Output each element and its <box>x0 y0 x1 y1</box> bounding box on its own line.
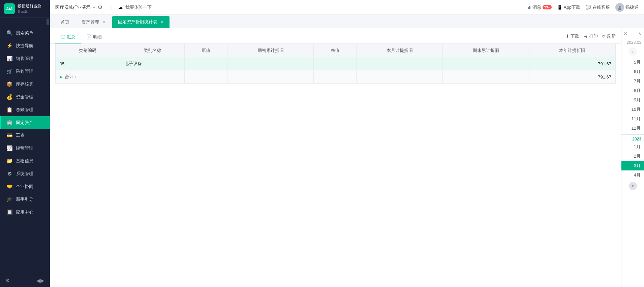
sidebar-label-purchase: 采购管理 <box>16 68 33 74</box>
sidebar-item-purchase[interactable]: 🛒 采购管理 <box>0 65 50 78</box>
purchase-icon: 🛒 <box>6 68 12 74</box>
date-month-2023-2[interactable]: 2月 <box>621 152 644 161</box>
download-button[interactable]: ⬇ 下载 <box>565 33 579 39</box>
date-panel-close-icon[interactable]: ✕ <box>623 31 627 36</box>
tab-depreciation-label: 固定资产折旧统计表 <box>118 19 157 25</box>
sidebar-scrollbar[interactable] <box>47 19 49 25</box>
sidebar-item-system[interactable]: ⚙ 系统管理 <box>0 167 50 180</box>
inventory-icon: 📦 <box>6 81 12 87</box>
sidebar-item-basic[interactable]: 📁 基础信息 <box>0 155 50 167</box>
cell-total-net <box>314 70 357 84</box>
experience-text: 我要体验一下 <box>125 4 152 10</box>
sidebar-item-quicknav[interactable]: ⚡ 快捷导航 <box>0 39 50 52</box>
messages-button[interactable]: 🖥 消息 99+ <box>527 4 552 10</box>
sidebar-item-collab[interactable]: 🤝 企业协同 <box>0 180 50 193</box>
tab-asset-mgmt[interactable]: 资产管理 ✕ <box>76 17 111 28</box>
sidebar-label-fixed: 固定资产 <box>16 120 33 126</box>
cell-closing <box>443 57 529 70</box>
cell-name: 电子设备 <box>120 57 185 70</box>
date-month-2023-3[interactable]: 3月 <box>621 161 644 170</box>
subtab-summary-label: 汇总 <box>67 34 75 40</box>
content-area: ⬡ 汇总 📄 明细 ⬇ 下载 🖨 打印 <box>50 28 644 287</box>
cell-total-opening <box>227 70 314 84</box>
app-edition: 普及版 <box>18 9 42 14</box>
system-icon: ⚙ <box>6 171 12 177</box>
table-row[interactable]: 05 电子设备 791.67 <box>56 57 616 70</box>
sidebar-label-ledger: 总账管理 <box>16 107 33 113</box>
online-service-button[interactable]: 💬 在线客服 <box>586 4 610 10</box>
tab-depreciation-close-icon[interactable]: ✕ <box>161 20 164 24</box>
tab-depreciation[interactable]: 固定资产折旧统计表 ✕ <box>112 16 170 28</box>
sidebar-item-capital[interactable]: 💰 资金管理 <box>0 91 50 103</box>
sidebar-item-payroll[interactable]: 💳 工资 <box>0 129 50 142</box>
current-year-section: 2023 1月 2月 3月 4月 <box>621 133 644 180</box>
cell-opening <box>227 57 314 70</box>
message-icon: 🖥 <box>527 5 531 10</box>
col-monthly: 本月计提折旧 <box>357 44 443 57</box>
tab-home[interactable]: 首页 <box>55 17 75 28</box>
subtab-detail-label: 明细 <box>93 34 102 40</box>
col-original: 原值 <box>185 44 227 57</box>
date-nav-down-area: ▼ <box>621 180 644 192</box>
user-menu[interactable]: 畅捷通 <box>615 3 639 12</box>
refresh-button[interactable]: ↻ 刷新 <box>602 33 616 39</box>
subtab-detail[interactable]: 📄 明细 <box>81 32 107 43</box>
date-month-12[interactable]: 12月 <box>621 124 644 133</box>
cell-monthly <box>357 57 443 70</box>
messages-badge: 99+ <box>543 5 552 9</box>
sidebar-label-system: 系统管理 <box>16 171 33 177</box>
cell-total-label: ▶ 合计： <box>56 70 185 84</box>
messages-label: 消息 <box>532 4 541 10</box>
sidebar-item-fixed[interactable]: 🏢 固定资产 <box>0 116 50 129</box>
collapse-icon[interactable]: ◀▶ <box>36 278 44 284</box>
sidebar-item-mgmt[interactable]: 📈 经营管理 <box>0 142 50 155</box>
quicknav-icon: ⚡ <box>6 43 12 49</box>
summary-icon: ⬡ <box>61 34 65 40</box>
total-expand-icon[interactable]: ▶ <box>60 75 62 79</box>
company-chevron-icon[interactable]: ▾ <box>93 5 95 10</box>
sidebar-item-ledger[interactable]: 📋 总账管理 <box>0 103 50 116</box>
experience-link[interactable]: 我要体验一下 <box>125 4 152 10</box>
sidebar-item-apps[interactable]: 🔲 应用中心 <box>0 206 50 219</box>
sidebar-item-search[interactable]: 🔍 搜索菜单 <box>0 27 50 39</box>
col-name: 类别名称 <box>120 44 185 57</box>
col-closing: 期末累计折旧 <box>443 44 529 57</box>
col-annual: 本年计提折旧 <box>529 44 615 57</box>
date-month-5[interactable]: 5月 <box>621 58 644 67</box>
main-area: 医疗器械行业演示 ▾ ⚙ | ☁ 我要体验一下 🖥 消息 99+ 📱 App下载… <box>50 0 644 287</box>
cell-net <box>314 57 357 70</box>
date-month-7[interactable]: 7月 <box>621 76 644 86</box>
app-download-button[interactable]: 📱 App下载 <box>557 4 580 10</box>
date-month-9[interactable]: 9月 <box>621 95 644 105</box>
date-month-2023-1[interactable]: 1月 <box>621 142 644 152</box>
date-panel-expand-icon[interactable]: ⤡ <box>638 31 642 36</box>
sidebar-nav: 🔍 搜索菜单 ⚡ 快捷导航 📊 销售管理 🛒 采购管理 📦 库存核算 💰 资金管… <box>0 25 50 274</box>
settings-footer-icon[interactable]: ⚙ <box>5 278 10 284</box>
sidebar-item-sales[interactable]: 📊 销售管理 <box>0 52 50 65</box>
table-wrapper: 类别编码 类别名称 原值 期初累计折旧 净值 本月计提折旧 期末累计折旧 本年计… <box>50 44 621 287</box>
sidebar-item-guide[interactable]: 🎓 新手引导 <box>0 193 50 206</box>
print-button[interactable]: 🖨 打印 <box>583 33 598 39</box>
online-service-label: 在线客服 <box>592 4 610 10</box>
col-net: 净值 <box>314 44 357 57</box>
sidebar-label-basic: 基础信息 <box>16 158 33 164</box>
date-year-label: 2023.03 <box>621 38 644 45</box>
logo-text-group: 畅捷通好业财 普及版 <box>18 4 42 14</box>
date-nav-down-button[interactable]: ▼ <box>629 182 637 190</box>
subtab-summary[interactable]: ⬡ 汇总 <box>55 32 81 43</box>
app-download-label: App下载 <box>564 4 580 10</box>
sidebar-footer: ⚙ ◀▶ <box>0 274 50 287</box>
sales-icon: 📊 <box>6 56 12 62</box>
date-month-11[interactable]: 11月 <box>621 114 644 124</box>
date-month-8[interactable]: 8月 <box>621 86 644 95</box>
content-inner: ⬡ 汇总 📄 明细 ⬇ 下载 🖨 打印 <box>50 28 621 287</box>
svg-point-0 <box>619 6 621 8</box>
sidebar-item-inventory[interactable]: 📦 库存核算 <box>0 78 50 91</box>
date-nav-up-button[interactable]: ▲ <box>629 47 637 56</box>
date-month-6[interactable]: 6月 <box>621 67 644 76</box>
app-download-icon: 📱 <box>557 5 562 10</box>
date-month-10[interactable]: 10月 <box>621 105 644 114</box>
company-settings-icon[interactable]: ⚙ <box>98 4 102 10</box>
date-month-2023-4[interactable]: 4月 <box>621 170 644 180</box>
tab-asset-mgmt-close-icon[interactable]: ✕ <box>102 20 105 25</box>
